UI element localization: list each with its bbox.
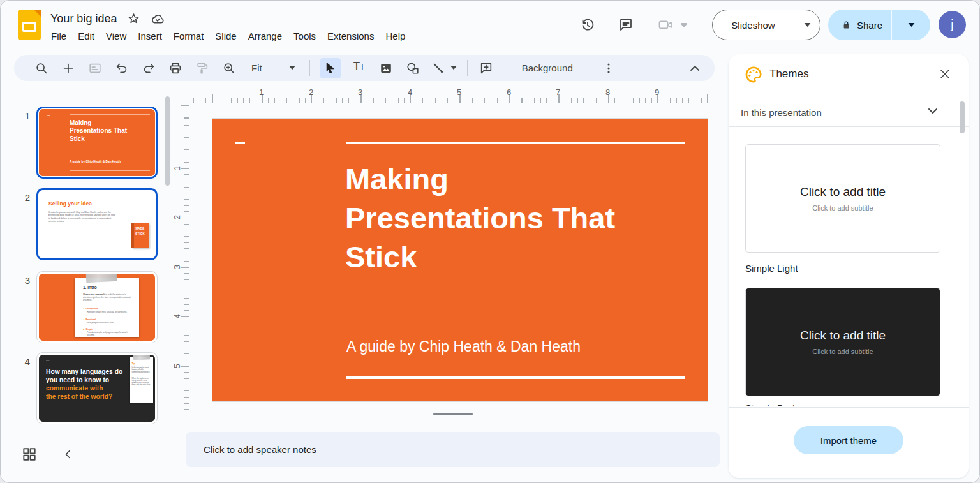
zoom-select[interactable]: Fit xyxy=(248,63,299,73)
speaker-notes-placeholder: Click to add speaker notes xyxy=(204,444,316,455)
menu-arrange[interactable]: Arrange xyxy=(242,29,288,43)
share-dropdown[interactable] xyxy=(892,22,930,27)
image-icon xyxy=(379,61,393,75)
comments-button[interactable] xyxy=(612,11,640,39)
chevron-down-icon xyxy=(289,66,295,70)
share-button[interactable]: Share xyxy=(828,10,930,40)
vertical-ruler: 1 2 3 4 5 xyxy=(172,103,189,413)
menu-file[interactable]: File xyxy=(45,29,72,43)
menu-extensions[interactable]: Extensions xyxy=(322,29,380,43)
themes-panel: Themes In this presentation Click to add… xyxy=(729,54,969,478)
print-button[interactable] xyxy=(167,60,184,77)
speaker-notes-resize-handle[interactable] xyxy=(433,413,473,415)
three-dot-menu-icon xyxy=(602,61,616,75)
thumb2-body: Created in partnership with Chip and Dan… xyxy=(48,211,116,222)
chevron-down-icon xyxy=(450,66,457,70)
comment-icon xyxy=(618,17,634,33)
star-icon[interactable] xyxy=(127,12,140,26)
account-avatar[interactable]: j xyxy=(939,11,966,38)
undo-icon xyxy=(115,61,129,75)
meet-call-button[interactable] xyxy=(658,17,687,33)
thumb3-note-card: 1. Intro Choose one approach to grab the… xyxy=(75,278,139,337)
import-theme-button[interactable]: Import theme xyxy=(794,426,903,454)
lock-icon xyxy=(841,20,852,31)
slide-layout-button[interactable] xyxy=(87,60,103,77)
chevron-down-icon xyxy=(681,23,687,27)
slide-top-rule xyxy=(346,142,685,144)
thumb3-lead: Choose one approach to grab the audience… xyxy=(83,293,131,301)
slide-dash-placeholder xyxy=(235,142,245,144)
text-box-tool-button[interactable]: TT xyxy=(351,60,368,77)
thumb3-bullet-1: + UnexpectedHighlight what's new, unusua… xyxy=(83,305,128,313)
cloud-saved-icon[interactable] xyxy=(151,11,165,26)
undo-button[interactable] xyxy=(114,60,130,77)
menu-slide[interactable]: Slide xyxy=(209,29,242,43)
slideshow-button[interactable]: Slideshow xyxy=(712,10,820,40)
slides-logo[interactable] xyxy=(18,10,41,40)
themes-panel-scrollbar[interactable] xyxy=(960,101,965,133)
menu-insert[interactable]: Insert xyxy=(132,29,168,43)
more-options-button[interactable] xyxy=(600,60,617,77)
paint-roller-icon xyxy=(195,61,209,75)
menu-tools[interactable]: Tools xyxy=(288,29,322,43)
toolbar-divider xyxy=(467,60,468,76)
layout-icon xyxy=(88,61,102,75)
version-history-button[interactable] xyxy=(574,11,602,39)
shape-icon xyxy=(406,61,420,75)
thumb4-tip-card: Tip In this example, we're leading off w… xyxy=(130,357,153,403)
speaker-notes-area[interactable]: Click to add speaker notes xyxy=(186,432,720,467)
paint-format-button[interactable] xyxy=(194,60,211,77)
new-slide-button[interactable] xyxy=(60,60,77,77)
slide-subtitle[interactable]: A guide by Chip Heath & Dan Heath xyxy=(346,338,581,355)
collapse-filmstrip-button[interactable] xyxy=(63,449,73,459)
slide-number-1: 1 xyxy=(17,110,30,121)
thumb1-title: Making Presentations That Stick xyxy=(70,119,150,143)
slide-number-4: 4 xyxy=(17,356,30,367)
collapse-toolbar-button[interactable] xyxy=(687,60,703,77)
toolbar-divider xyxy=(309,60,310,76)
history-icon xyxy=(580,17,595,33)
menubar: File Edit View Insert Format Slide Arran… xyxy=(45,29,411,43)
theme-card-simple-light[interactable]: Click to add title Click to add subtitle xyxy=(745,144,940,253)
line-tool-icon xyxy=(431,61,445,75)
chevron-down-icon xyxy=(928,107,938,115)
grid-view-icon xyxy=(21,446,38,463)
theme-name-simple-light: Simple Light xyxy=(745,263,798,274)
close-themes-button[interactable] xyxy=(939,68,951,80)
cursor-icon xyxy=(323,61,338,75)
slides-logo-fold xyxy=(34,10,41,17)
filmstrip-scrollbar[interactable] xyxy=(165,96,170,186)
insert-image-button[interactable] xyxy=(378,60,394,77)
insert-line-button[interactable] xyxy=(431,61,457,75)
select-tool-button[interactable] xyxy=(320,58,341,78)
redo-button[interactable] xyxy=(140,60,157,77)
slide-thumbnail-4[interactable]: How many languages do you need to know t… xyxy=(36,352,158,424)
slide-thumbnail-3[interactable]: 1. Intro Choose one approach to grab the… xyxy=(36,271,158,343)
slide-number-2: 2 xyxy=(17,192,30,203)
menu-help[interactable]: Help xyxy=(380,29,411,43)
slide-thumbnail-2[interactable]: Selling your idea Created in partnership… xyxy=(36,188,158,260)
document-title[interactable]: Your big idea xyxy=(50,12,117,26)
main-toolbar: Fit TT Background xyxy=(14,55,715,81)
tape-graphic xyxy=(86,274,117,283)
chevron-down-icon xyxy=(804,22,811,27)
theme-card-simple-dark[interactable]: Click to add title Click to add subtitle xyxy=(745,288,940,396)
slide-title[interactable]: Making Presentations That Stick xyxy=(345,160,664,276)
menu-view[interactable]: View xyxy=(100,29,132,43)
insert-shape-button[interactable] xyxy=(405,60,421,77)
slide-canvas[interactable]: Making Presentations That Stick A guide … xyxy=(212,119,708,401)
add-comment-button[interactable] xyxy=(478,60,494,77)
theme-card-subtitle: Click to add subtitle xyxy=(746,204,940,212)
avatar-letter: j xyxy=(951,17,953,32)
search-menus-button[interactable] xyxy=(33,60,50,77)
slides-logo-window xyxy=(22,22,36,32)
grid-view-button[interactable] xyxy=(21,446,38,463)
redo-icon xyxy=(142,61,156,75)
background-button[interactable]: Background xyxy=(516,63,579,73)
slideshow-dropdown[interactable] xyxy=(794,22,820,27)
zoom-button[interactable] xyxy=(221,60,237,77)
menu-edit[interactable]: Edit xyxy=(72,29,100,43)
menu-format[interactable]: Format xyxy=(168,29,210,43)
import-theme-label: Import theme xyxy=(820,435,877,446)
slide-thumbnail-1[interactable]: Making Presentations That Stick A guide … xyxy=(36,107,158,179)
